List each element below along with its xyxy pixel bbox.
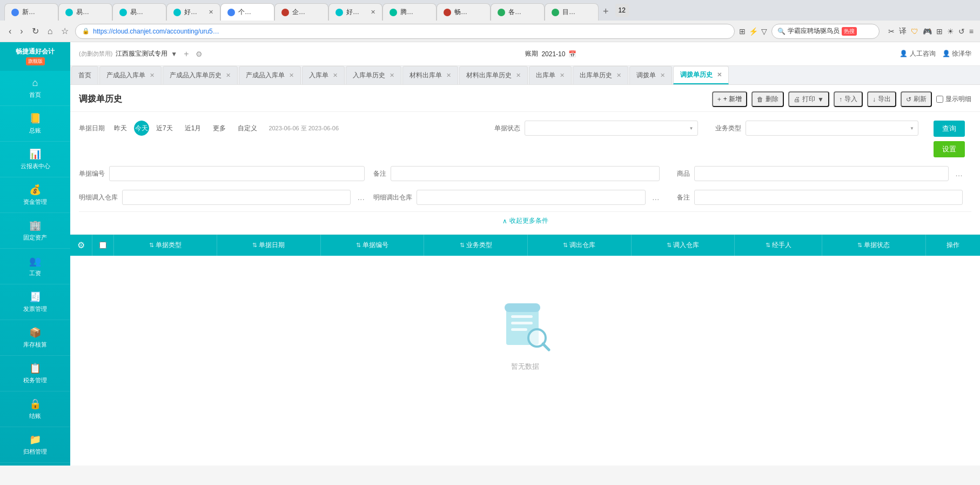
refresh-button[interactable]: ↺ 刷新 <box>901 91 932 107</box>
sidebar-item-ledger[interactable]: 📒 总账 <box>0 106 70 142</box>
browser-tab-1[interactable]: 新… <box>4 3 58 21</box>
checkbox-column-header[interactable] <box>92 235 113 256</box>
scissors-icon[interactable]: ✂ <box>888 27 895 36</box>
address-bar[interactable]: 🔒 https://cloud.chanjet.com/accounting/u… <box>75 24 735 39</box>
browser-tab-10[interactable]: 各… <box>491 3 545 21</box>
produce-in2-close[interactable]: ✕ <box>289 72 294 79</box>
doc-status-sort[interactable]: 单据状态 <box>857 241 890 250</box>
in-close[interactable]: ✕ <box>333 72 338 79</box>
collapse-button[interactable]: ∧ 收起更多条件 <box>502 216 548 225</box>
sidebar-item-settings[interactable]: ⚙ 基础设置 <box>0 463 70 466</box>
service-link[interactable]: 👤 人工咨询 <box>900 49 935 58</box>
app-tab-material-out-hist[interactable]: 材料出库单历史 ✕ <box>459 66 528 84</box>
product-dots[interactable]: … <box>955 169 963 178</box>
sidebar-item-funds[interactable]: 💰 资金管理 <box>0 177 70 213</box>
app-tab-in[interactable]: 入库单 ✕ <box>302 66 345 84</box>
topbar-settings-icon[interactable]: ⚙ <box>196 50 203 58</box>
more-icon[interactable]: ▽ <box>761 27 767 36</box>
more-btn[interactable]: 更多 <box>208 122 231 135</box>
handler-sort[interactable]: 经手人 <box>766 241 791 250</box>
sidebar-item-tax[interactable]: 📋 税务管理 <box>0 356 70 391</box>
grid-icon[interactable]: ⊞ <box>936 27 943 36</box>
browser-search[interactable]: 🔍 学霸应聘场驱鸟员 热搜 <box>771 24 880 39</box>
history-icon[interactable]: ↺ <box>958 27 965 36</box>
browser-tab-3[interactable]: 易… <box>112 3 166 21</box>
remark-input[interactable] <box>391 166 659 181</box>
out-hist-close[interactable]: ✕ <box>616 72 621 79</box>
in-hist-close[interactable]: ✕ <box>390 72 394 79</box>
remark2-input[interactable] <box>694 190 963 205</box>
browser-tab-9[interactable]: 畅… <box>437 3 491 21</box>
sidebar-logo[interactable]: 畅捷通好会计 旗舰版 <box>0 42 70 71</box>
extensions-icon[interactable]: ⊞ <box>739 27 746 36</box>
home-button[interactable]: ⌂ <box>45 24 55 38</box>
app-tab-out[interactable]: 出库单 ✕ <box>529 66 572 84</box>
doc-type-sort[interactable]: 单据类型 <box>149 241 182 250</box>
refresh-button[interactable]: ↻ <box>30 24 41 38</box>
sidebar-item-reports[interactable]: 📊 云报表中心 <box>0 142 70 177</box>
produce-in-hist-close[interactable]: ✕ <box>226 72 231 79</box>
shield-icon[interactable]: 🛡 <box>911 27 918 36</box>
out-close[interactable]: ✕ <box>560 72 565 79</box>
out-warehouse-column-header[interactable]: 调出仓库 <box>528 235 632 256</box>
transfer-hist-close[interactable]: ✕ <box>717 71 722 78</box>
custom-btn[interactable]: 自定义 <box>233 122 262 135</box>
translate-icon[interactable]: 译 <box>899 26 907 36</box>
yesterday-btn[interactable]: 昨天 <box>109 122 132 135</box>
back-button[interactable]: ‹ <box>6 24 14 38</box>
7days-btn[interactable]: 近7天 <box>151 122 178 135</box>
app-tab-in-hist[interactable]: 入库单历史 ✕ <box>346 66 401 84</box>
transfer-close[interactable]: ✕ <box>660 72 665 79</box>
business-type-column-header[interactable]: 业务类型 <box>424 235 528 256</box>
query-button[interactable]: 查询 <box>934 121 965 137</box>
detail-out-dots[interactable]: … <box>652 193 660 202</box>
doc-date-column-header[interactable]: 单据日期 <box>217 235 321 256</box>
new-tab-button[interactable]: + <box>599 2 613 21</box>
export-button[interactable]: ↓ 导出 <box>867 91 896 107</box>
business-type-sort[interactable]: 业务类型 <box>460 241 492 250</box>
sidebar-item-invoices[interactable]: 🧾 发票管理 <box>0 284 70 320</box>
today-btn[interactable]: 今天 <box>134 121 149 136</box>
game-icon[interactable]: 🎮 <box>923 27 932 36</box>
import-button[interactable]: ↑ 导入 <box>834 91 863 107</box>
doc-status-column-header[interactable]: 单据状态 <box>822 235 926 256</box>
browser-tab-5[interactable]: 个… <box>220 3 274 21</box>
app-tab-transfer[interactable]: 调拨单 ✕ <box>629 66 672 84</box>
detail-out-input[interactable] <box>417 190 645 205</box>
out-warehouse-sort[interactable]: 调出仓库 <box>563 241 595 250</box>
sidebar-item-home[interactable]: ⌂ 首页 <box>0 71 70 106</box>
doc-num-column-header[interactable]: 单据编号 <box>320 235 424 256</box>
sidebar-item-archive[interactable]: 📁 归档管理 <box>0 427 70 463</box>
theme-icon[interactable]: ☀ <box>947 27 954 36</box>
new-button[interactable]: + + 新增 <box>712 91 747 107</box>
browser-tab-8[interactable]: 腾… <box>382 3 437 21</box>
header-checkbox[interactable] <box>97 242 109 249</box>
in-warehouse-column-header[interactable]: 调入仓库 <box>631 235 735 256</box>
doc-type-column-header[interactable]: 单据类型 <box>113 235 217 256</box>
1month-btn[interactable]: 近1月 <box>180 122 206 135</box>
handler-column-header[interactable]: 经手人 <box>735 235 822 256</box>
browser-tab-6[interactable]: 企… <box>274 3 328 21</box>
sidebar-item-assets[interactable]: 🏢 固定资产 <box>0 213 70 249</box>
app-tab-material-out[interactable]: 材料出库单 ✕ <box>402 66 458 84</box>
table-settings-icon[interactable]: ⚙ <box>77 241 85 250</box>
app-tab-out-hist[interactable]: 出库单历史 ✕ <box>573 66 628 84</box>
sidebar-item-closing[interactable]: 🔒 结账 <box>0 391 70 427</box>
material-out-hist-close[interactable]: ✕ <box>516 72 521 79</box>
display-toggle[interactable]: 显示明细 <box>936 95 971 104</box>
material-out-close[interactable]: ✕ <box>446 72 451 79</box>
app-tab-produce-in[interactable]: 产成品入库单 ✕ <box>99 66 162 84</box>
browser-tab-11[interactable]: 目… <box>545 3 599 21</box>
company-selector[interactable]: (勿删勿禁用) 江西服宝测试专用 ▼ <box>79 49 177 58</box>
status-select[interactable] <box>525 121 698 136</box>
lightning-icon[interactable]: ⚡ <box>749 27 758 36</box>
forward-button[interactable]: › <box>18 24 25 38</box>
display-toggle-checkbox[interactable] <box>936 96 943 103</box>
in-warehouse-sort[interactable]: 调入仓库 <box>667 241 699 250</box>
browser-tab-2[interactable]: 易… <box>58 3 112 21</box>
print-button[interactable]: 🖨 打印 ▼ <box>788 91 829 107</box>
docnum-input[interactable] <box>109 166 365 181</box>
doc-num-sort[interactable]: 单据编号 <box>356 241 388 250</box>
doc-date-sort[interactable]: 单据日期 <box>252 241 285 250</box>
browser-tab-4[interactable]: 好… ✕ <box>166 3 220 21</box>
